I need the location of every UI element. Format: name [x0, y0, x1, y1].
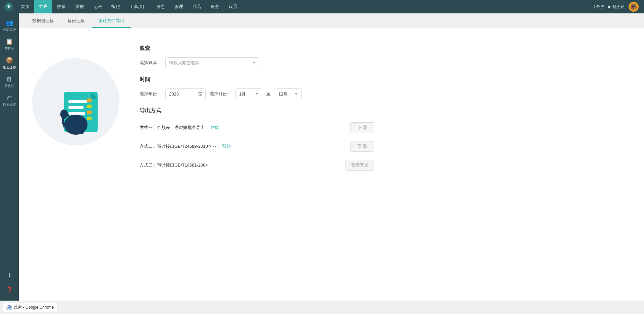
sidebar-label-migration: 账套迁移	[3, 65, 16, 69]
method-2-text: 方式二：审计接口GB/T24589-2010企业：	[140, 144, 221, 149]
export-section-title: 导出方式	[140, 107, 374, 114]
sidebar-item-recycle[interactable]: 🗑 回收站	[0, 72, 19, 91]
time-separator: 至	[266, 91, 271, 97]
method-1-help-link[interactable]: 帮助	[211, 125, 219, 130]
top-nav-right: ⛶ 全屏 ▶ 畅会员 🐻	[591, 2, 644, 12]
nav-invoice[interactable]: 票据	[70, 0, 89, 13]
sidebar-item-zero-declare[interactable]: 📋 0申报	[0, 35, 19, 54]
year-label: 选择年份：	[140, 91, 161, 97]
content-area: 数据包迁移 备份迁移 审计文件导出	[19, 13, 644, 301]
nav-operation[interactable]: 经营	[188, 0, 206, 13]
export-section: 方式一：余额表、序时账批量导出： 帮助 下 载 方式二：审计接口GB/T2458…	[140, 122, 374, 171]
time-section-title: 时间	[140, 76, 374, 83]
taskbar-chrome-label: 线索 - Google Chrome	[14, 305, 54, 310]
nav-business[interactable]: 工商项目	[125, 0, 152, 13]
account-section-title: 账套	[140, 45, 374, 52]
fullscreen-icon: ⛶	[591, 4, 595, 9]
method-1-text: 方式一：余额表、序时账批量导出：	[140, 125, 209, 130]
recycle-icon: 🗑	[6, 76, 12, 83]
nav-service[interactable]: 服务	[206, 0, 224, 13]
left-sidebar: 👥 全部客户 📋 0申报 📦 账套迁移 🗑 回收站 🏷 标签设置 ⬇ ❓	[0, 13, 19, 301]
nav-items: 首页 客户 收费 票据 记账 报税 工商项目 消息 管理 经营 服务 设置	[16, 0, 591, 13]
month-to-select[interactable]: 1月2月3月 4月5月6月 7月8月9月 10月11月12月	[275, 88, 302, 99]
svg-rect-5	[68, 106, 84, 109]
account-row: 选择账套： 请输入账套名称	[140, 57, 374, 68]
sidebar-item-tag-settings[interactable]: 🏷 标签设置	[0, 91, 19, 110]
sidebar-label-recycle: 回收站	[4, 84, 14, 88]
sidebar-bottom-download[interactable]: ⬇	[3, 268, 16, 282]
nav-bookkeeping[interactable]: 记账	[89, 0, 107, 13]
tab-backup-migration[interactable]: 备份迁移	[61, 14, 92, 28]
nav-manage[interactable]: 管理	[170, 0, 188, 13]
customers-icon: 👥	[6, 19, 13, 26]
time-row: 选择年份： 选择月份： 1月2月3月 4月5月6月 7月8月9月 10月11月1…	[140, 88, 374, 99]
taskbar: 线索 - Google Chrome	[0, 301, 644, 314]
method-2-help-link[interactable]: 帮助	[222, 144, 231, 149]
sidebar-label-tags: 标签设置	[3, 103, 16, 107]
nav-tax[interactable]: 报税	[107, 0, 125, 13]
tabs-bar: 数据包迁移 备份迁移 审计文件导出	[19, 13, 644, 28]
illustration-circle	[32, 58, 119, 145]
month-label: 选择月份：	[210, 91, 231, 97]
logo[interactable]	[3, 1, 15, 13]
sidebar-item-all-customers[interactable]: 👥 全部客户	[0, 16, 19, 35]
svg-point-1	[8, 6, 10, 8]
account-select[interactable]: 请输入账套名称	[165, 57, 259, 68]
avatar[interactable]: 🐻	[629, 2, 639, 12]
sidebar-label-declare: 0申报	[5, 47, 14, 51]
fullscreen-button[interactable]: ⛶ 全屏	[591, 4, 604, 10]
svg-rect-4	[68, 100, 87, 103]
nav-settings[interactable]: 设置	[224, 0, 242, 13]
svg-rect-10	[87, 111, 92, 114]
sidebar-bottom-help[interactable]: ❓	[3, 283, 16, 297]
fullscreen-label: 全屏	[596, 4, 604, 10]
svg-rect-8	[87, 99, 92, 102]
method-3-label: 方式三：审计接口GB/T19581-2004	[140, 162, 340, 168]
nav-customer[interactable]: 客户	[34, 0, 52, 13]
nav-message[interactable]: 消息	[152, 0, 170, 13]
svg-rect-11	[87, 117, 92, 120]
method-1-download-button[interactable]: 下 载	[350, 122, 374, 133]
tab-audit-export[interactable]: 审计文件导出	[92, 14, 131, 28]
svg-point-14	[8, 307, 10, 309]
declare-icon: 📋	[6, 38, 13, 45]
sidebar-bottom: ⬇ ❓	[3, 268, 16, 301]
sidebar-label-customers: 全部客户	[3, 28, 16, 32]
main-layout: 👥 全部客户 📋 0申报 📦 账套迁移 🗑 回收站 🏷 标签设置 ⬇ ❓ 数据包…	[0, 13, 644, 301]
sidebar-item-account-migration[interactable]: 📦 账套迁移	[0, 54, 19, 72]
month-from-select[interactable]: 1月2月3月 4月5月6月 7月8月9月 10月11月12月	[235, 88, 262, 99]
form-area: 账套 选择账套： 请输入账套名称 时间 选择年份： 选择月份： 1月2月3月 4…	[140, 38, 374, 291]
video-icon: ▶	[608, 4, 611, 9]
svg-rect-6	[68, 112, 85, 115]
account-label: 选择账套：	[140, 60, 161, 66]
method-2-label: 方式二：审计接口GB/T24589-2010企业： 帮助	[140, 143, 345, 149]
svg-point-12	[64, 115, 88, 135]
export-method-3: 方式三：审计接口GB/T19581-2004 暂缓开通	[140, 160, 374, 171]
top-navigation: 首页 客户 收费 票据 记账 报税 工商项目 消息 管理 经营 服务 设置 ⛶ …	[0, 0, 644, 13]
member-label: 畅会员	[612, 4, 625, 10]
method-3-text: 方式三：审计接口GB/T19581-2004	[140, 163, 208, 168]
export-method-2: 方式二：审计接口GB/T24589-2010企业： 帮助 下 载	[140, 141, 374, 152]
tab-data-migration[interactable]: 数据包迁移	[25, 14, 61, 28]
migration-icon: 📦	[6, 57, 13, 64]
year-input[interactable]	[165, 88, 206, 99]
nav-home[interactable]: 首页	[16, 0, 34, 13]
taskbar-chrome-item[interactable]: 线索 - Google Chrome	[3, 303, 57, 312]
nav-fee[interactable]: 收费	[52, 0, 70, 13]
export-method-1: 方式一：余额表、序时账批量导出： 帮助 下 载	[140, 122, 374, 133]
illustration-area	[32, 38, 119, 291]
method-1-label: 方式一：余额表、序时账批量导出： 帮助	[140, 125, 345, 131]
method-2-download-button[interactable]: 下 载	[350, 141, 374, 152]
chrome-icon	[6, 305, 12, 310]
svg-rect-9	[87, 105, 92, 108]
page-content: 账套 选择账套： 请输入账套名称 时间 选择年份： 选择月份： 1月2月3月 4…	[19, 28, 644, 301]
method-3-open-button[interactable]: 暂缓开通	[345, 160, 374, 171]
tag-icon: 🏷	[6, 95, 12, 102]
member-button[interactable]: ▶ 畅会员	[608, 4, 625, 10]
